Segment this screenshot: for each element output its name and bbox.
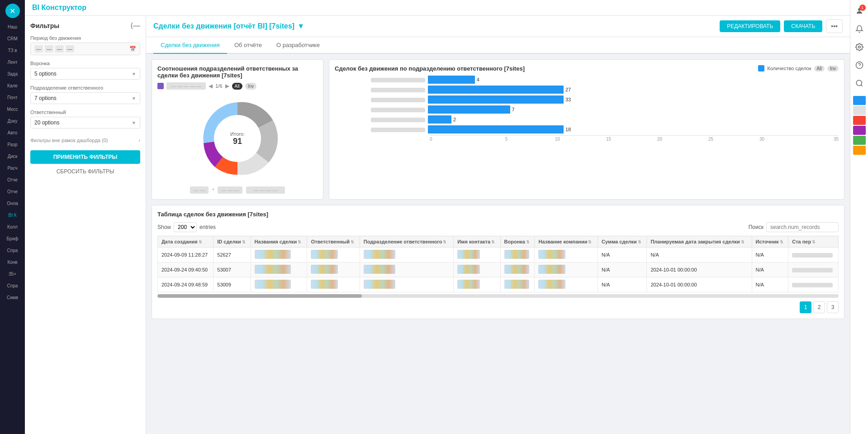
responsible-filter-select[interactable]: 20 options ▼ bbox=[30, 117, 140, 129]
table-head: Дата создания⇅ ID сделки⇅ Названия сделк… bbox=[158, 236, 839, 248]
row2-stage bbox=[788, 262, 839, 277]
donut-nav-next[interactable]: ▶ bbox=[225, 83, 229, 89]
external-filters[interactable]: Фильтры вне рамок дашборда (0) › bbox=[30, 138, 140, 143]
col-dept[interactable]: Подразделение ответственного⇅ bbox=[360, 236, 454, 248]
nav-close-button[interactable]: ✕ bbox=[5, 4, 20, 18]
bar-tag-all[interactable]: All bbox=[814, 66, 825, 72]
row2-funnel bbox=[500, 262, 535, 277]
col-source[interactable]: Источник⇅ bbox=[752, 236, 788, 248]
donut-tag-inv[interactable]: Inv bbox=[245, 83, 256, 90]
nav-item-21[interactable]: 35+ bbox=[0, 269, 25, 280]
nav-item-3[interactable]: Лент bbox=[0, 57, 25, 68]
nav-item-13[interactable]: Отче bbox=[0, 175, 25, 186]
nav-item-20[interactable]: Конв bbox=[0, 257, 25, 268]
apply-filters-button[interactable]: ПРИМЕНИТЬ ФИЛЬТРЫ bbox=[30, 150, 140, 164]
row1-date: 2024-09-09 11:28:27 bbox=[158, 248, 213, 262]
bar-label-1 bbox=[335, 77, 425, 82]
show-select[interactable]: 200 50 100 bbox=[174, 222, 197, 232]
left-navigation: ✕ Наш CRM ТЗ в Лент Зада Кале Почт Месс … bbox=[0, 0, 25, 434]
nav-item-1[interactable]: CRM bbox=[0, 33, 25, 44]
nav-item-22[interactable]: Спра bbox=[0, 281, 25, 291]
nav-item-6[interactable]: Почт bbox=[0, 92, 25, 103]
bar-tag-inv[interactable]: Inv bbox=[827, 66, 839, 72]
edit-button[interactable]: РЕДАКТИРОВАТЬ bbox=[720, 20, 780, 32]
nav-item-15[interactable]: Онла bbox=[0, 198, 25, 209]
nav-item-10[interactable]: Разр bbox=[0, 139, 25, 150]
nav-item-7[interactable]: Месс bbox=[0, 104, 25, 115]
col-funnel[interactable]: Воронка⇅ bbox=[500, 236, 535, 248]
settings-gear-icon[interactable] bbox=[852, 40, 867, 54]
donut-separator: • bbox=[212, 186, 214, 194]
row2-responsible bbox=[307, 262, 360, 277]
row2-close-date: 2024-10-01 00:00:00 bbox=[647, 262, 752, 277]
col-date[interactable]: Дата создания⇅ bbox=[158, 236, 213, 248]
report-dropdown-icon[interactable]: ▼ bbox=[297, 22, 304, 30]
nav-items-list: Наш CRM ТЗ в Лент Зада Кале Почт Месс До… bbox=[0, 22, 25, 303]
nav-item-19[interactable]: Спра bbox=[0, 245, 25, 256]
row1-close-date: N/A bbox=[647, 248, 752, 262]
col-responsible[interactable]: Ответственный⇅ bbox=[307, 236, 360, 248]
page-btn-2[interactable]: 2 bbox=[813, 301, 825, 313]
col-amount[interactable]: Сумма сделки⇅ bbox=[598, 236, 647, 248]
tab-deals[interactable]: Сделки без движения bbox=[153, 37, 227, 54]
col-deal[interactable]: Названия сделки⇅ bbox=[251, 236, 307, 248]
axis-30: 30 bbox=[736, 137, 787, 142]
col-id[interactable]: ID сделки⇅ bbox=[213, 236, 251, 248]
tab-about[interactable]: Об отчёте bbox=[227, 37, 269, 54]
nav-item-23[interactable]: Симв bbox=[0, 292, 25, 303]
nav-item-2[interactable]: ТЗ в bbox=[0, 45, 25, 56]
bell-icon[interactable] bbox=[852, 22, 867, 36]
reset-filters-button[interactable]: СБРОСИТЬ ФИЛЬТРЫ bbox=[30, 166, 140, 177]
table-search-input[interactable] bbox=[766, 222, 839, 232]
user-profile-icon[interactable]: 1 bbox=[852, 4, 867, 18]
content-area: Фильтры ⟨— Период без движения — — — — 📅… bbox=[25, 16, 850, 434]
download-button[interactable]: СКАЧАТЬ bbox=[784, 20, 822, 32]
sidebar-collapse-button[interactable]: ⟨— bbox=[130, 21, 140, 30]
page-btn-1[interactable]: 1 bbox=[800, 301, 811, 313]
col-stage[interactable]: Ста пер⇅ bbox=[788, 236, 839, 248]
tab-developer[interactable]: О разработчике bbox=[269, 37, 327, 54]
nav-item-0[interactable]: Наш bbox=[0, 22, 25, 33]
nav-item-5[interactable]: Кале bbox=[0, 81, 25, 91]
nav-item-17[interactable]: Колл bbox=[0, 222, 25, 233]
row2-id: 53007 bbox=[213, 262, 251, 277]
nav-item-9[interactable]: Авто bbox=[0, 128, 25, 138]
row1-deal bbox=[251, 248, 307, 262]
donut-legend-blurred: — — — — — bbox=[166, 82, 206, 90]
dept-filter-select[interactable]: 7 options ▼ bbox=[30, 92, 140, 104]
nav-item-18[interactable]: Бриф bbox=[0, 234, 25, 244]
period-filter-input[interactable]: — — — — 📅 bbox=[30, 43, 140, 55]
donut-nav-prev[interactable]: ◀ bbox=[209, 83, 213, 89]
bar-label-5 bbox=[335, 117, 425, 122]
row2-date: 2024-09-24 09:40:50 bbox=[158, 262, 213, 277]
nav-item-11[interactable]: Диск bbox=[0, 151, 25, 162]
funnel-filter-select[interactable]: 5 options ▼ bbox=[30, 68, 140, 80]
donut-label-3: — — — — bbox=[246, 186, 285, 194]
col-contact[interactable]: Имя контакта⇅ bbox=[454, 236, 500, 248]
help-icon[interactable] bbox=[852, 58, 867, 72]
table-controls: Show 200 50 100 entries Поиск bbox=[157, 222, 839, 232]
bar-chart-card: Сделок без движения по подразделению отв… bbox=[329, 59, 844, 200]
data-table: Дата создания⇅ ID сделки⇅ Названия сделк… bbox=[157, 236, 839, 292]
nav-item-4[interactable]: Зада bbox=[0, 69, 25, 80]
nav-item-8[interactable]: Доку bbox=[0, 116, 25, 127]
col-close-date[interactable]: Планируемая дата закрытия сделки⇅ bbox=[647, 236, 752, 248]
nav-item-16[interactable]: BI К bbox=[0, 210, 25, 221]
row2-deal bbox=[251, 262, 307, 277]
row1-id: 52627 bbox=[213, 248, 251, 262]
nav-item-14[interactable]: Отче bbox=[0, 186, 25, 197]
axis-35: 35 bbox=[787, 137, 839, 142]
donut-tag-all[interactable]: All bbox=[232, 83, 242, 90]
search-magnifier-icon[interactable] bbox=[852, 76, 867, 91]
row3-close-date: 2024-10-01 00:00:00 bbox=[647, 277, 752, 292]
report-tabs: Сделки без движения Об отчёте О разработ… bbox=[146, 37, 850, 54]
page-btn-3[interactable]: 3 bbox=[827, 301, 839, 313]
charts-row: Соотношения подразделений ответственных … bbox=[152, 59, 844, 200]
col-company[interactable]: Название компании⇅ bbox=[535, 236, 598, 248]
nav-item-12[interactable]: Расч bbox=[0, 163, 25, 174]
table-scroll: Дата создания⇅ ID сделки⇅ Названия сделк… bbox=[157, 236, 839, 298]
more-button[interactable]: ••• bbox=[826, 19, 843, 33]
bar-label-3 bbox=[335, 97, 425, 102]
table-row: 2024-09-24 09:48:59 53009 N/A 20 bbox=[158, 277, 839, 292]
table-scrollbar[interactable] bbox=[157, 294, 839, 298]
